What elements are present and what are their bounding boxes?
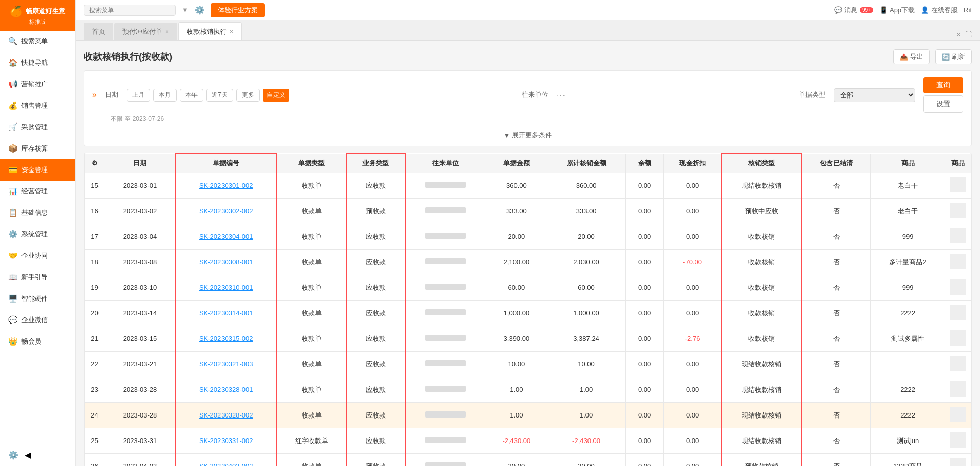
- cell-goods2: [945, 326, 971, 352]
- messages-badge: 99+: [860, 7, 873, 13]
- sidebar-item-basic-info[interactable]: 📋 基础信息: [0, 202, 75, 224]
- app-download-button[interactable]: 📱 App下载: [879, 6, 915, 15]
- sidebar-item-operations[interactable]: 📊 经营管理: [0, 181, 75, 202]
- cell-amount: 3,390.00: [486, 326, 547, 352]
- sidebar-item-purchase[interactable]: 🛒 采购管理: [0, 116, 75, 138]
- tab-home[interactable]: 首页: [84, 23, 113, 40]
- cell-included: 否: [802, 428, 871, 454]
- doc-no-link[interactable]: SK-20230304-001: [199, 233, 253, 240]
- doc-no-link[interactable]: SK-20230308-001: [199, 258, 253, 266]
- chevron-down-icon: ▼: [182, 6, 188, 14]
- doc-no-link[interactable]: SK-20230328-001: [199, 386, 253, 394]
- cell-balance: 0.00: [626, 199, 663, 224]
- cell-doc-type: 收款单: [277, 250, 346, 275]
- cell-amount: 60.00: [486, 275, 547, 301]
- sidebar-item-weixin[interactable]: 💬 企业微信: [0, 309, 75, 331]
- cell-biz-type: 应收款: [346, 224, 405, 250]
- filter-this-year[interactable]: 本年: [180, 89, 203, 102]
- nav-search-input[interactable]: [84, 5, 176, 16]
- messages-button[interactable]: 💬 消息 99+: [834, 6, 873, 15]
- collapse-icon[interactable]: ◀: [24, 450, 31, 460]
- cell-verify-type: 现结收款核销: [722, 403, 801, 428]
- fullscreen-icon[interactable]: ⛶: [965, 31, 972, 38]
- filter-this-month[interactable]: 本月: [153, 89, 177, 102]
- tabs-bar: 首页 预付冲应付单 × 收款核销执行 × ✕ ⛶: [76, 20, 980, 41]
- home-icon: 🏠: [8, 58, 17, 67]
- cell-verify-type: 收款核销: [722, 224, 801, 250]
- cell-doc-type: 收款单: [277, 224, 346, 250]
- doc-no-link[interactable]: SK-20230331-002: [199, 437, 253, 445]
- doc-no-link[interactable]: SK-20230314-001: [199, 309, 253, 317]
- table-row: 25 2023-03-31 SK-20230331-002 红字收款单 应收款 …: [85, 428, 971, 454]
- export-button[interactable]: 📤 导出: [893, 49, 930, 64]
- cell-date: 2023-03-28: [105, 403, 176, 428]
- sidebar-item-nav[interactable]: 🏠 快捷导航: [0, 52, 75, 73]
- tab1-close[interactable]: ×: [165, 28, 169, 35]
- cell-serial: 21: [85, 326, 105, 352]
- cell-doc-no: SK-20230328-001: [175, 377, 277, 403]
- solution-button[interactable]: 体验行业方案: [211, 3, 265, 17]
- query-button[interactable]: 查询: [923, 77, 963, 93]
- table-row: 24 2023-03-28 SK-20230328-002 收款单 应收款 1.…: [85, 403, 971, 428]
- settings-icon[interactable]: ⚙️: [8, 450, 18, 460]
- gear-icon[interactable]: ⚙️: [194, 5, 205, 15]
- filter-doc-type-select[interactable]: 全部 收款单 红字收款单: [834, 88, 915, 102]
- cell-balance: 0.00: [626, 377, 663, 403]
- sidebar-item-finance[interactable]: 💳 资金管理: [0, 159, 75, 181]
- sidebar-label-hardware: 智能硬件: [21, 294, 48, 303]
- cell-serial: 17: [85, 224, 105, 250]
- sidebar-item-search[interactable]: 🔍 搜索菜单: [0, 31, 75, 52]
- sidebar-item-marketing[interactable]: 📢 营销推广: [0, 73, 75, 95]
- th-goods2: 商品: [945, 154, 971, 173]
- sidebar-item-system[interactable]: ⚙️ 系统管理: [0, 224, 75, 245]
- sidebar-item-inventory[interactable]: 📦 库存核算: [0, 138, 75, 159]
- refresh-button[interactable]: 🔄 刷新: [935, 49, 972, 64]
- weixin-icon: 💬: [8, 315, 17, 325]
- close-all-icon[interactable]: ✕: [955, 31, 961, 38]
- cell-included: 否: [802, 326, 871, 352]
- filter-last7days[interactable]: 近7天: [206, 89, 233, 102]
- tab2-close[interactable]: ×: [230, 28, 233, 35]
- user-button[interactable]: Rit: [964, 6, 972, 14]
- filter-toggle-button[interactable]: »: [92, 90, 97, 100]
- doc-no-link[interactable]: SK-20230310-001: [199, 284, 253, 291]
- doc-no-link[interactable]: SK-20230302-002: [199, 207, 253, 215]
- filter-last-month[interactable]: 上月: [127, 89, 150, 102]
- sidebar-item-hardware[interactable]: 🖥️ 智能硬件: [0, 288, 75, 309]
- sidebar-item-sales[interactable]: 💰 销售管理: [0, 95, 75, 116]
- sidebar-menu: 🔍 搜索菜单 🏠 快捷导航 📢 营销推广 💰 销售管理 🛒 采购管理 📦 库存核…: [0, 31, 75, 444]
- th-verify-type: 核销类型: [722, 154, 801, 173]
- page-title-row: 收款核销执行(按收款) 📤 导出 🔄 刷新: [84, 49, 972, 64]
- cell-doc-no: SK-20230314-001: [175, 301, 277, 326]
- cell-balance: 0.00: [626, 250, 663, 275]
- doc-no-link[interactable]: SK-20230321-003: [199, 360, 253, 368]
- sidebar-item-member[interactable]: 👑 畅会员: [0, 331, 75, 352]
- doc-no-link[interactable]: SK-20230328-002: [199, 411, 253, 419]
- filter-more[interactable]: 更多: [236, 89, 260, 102]
- th-config[interactable]: ⚙: [85, 154, 105, 173]
- cell-serial: 20: [85, 301, 105, 326]
- sidebar-label-basic-info: 基础信息: [21, 208, 48, 217]
- cell-accum: 20.00: [547, 224, 626, 250]
- doc-no-link[interactable]: SK-20230315-002: [199, 335, 253, 342]
- sidebar-footer: ⚙️ ◀: [0, 444, 75, 466]
- doc-no-link[interactable]: SK-20230301-002: [199, 182, 253, 189]
- cell-goods2: [945, 173, 971, 199]
- online-service-button[interactable]: 👤 在线客服: [921, 6, 958, 15]
- filter-settings-button[interactable]: 设置: [923, 95, 963, 113]
- cell-discount: 0.00: [663, 199, 722, 224]
- sidebar-item-collab[interactable]: 🤝 企业协同: [0, 245, 75, 266]
- tab-collection[interactable]: 收款核销执行 ×: [178, 22, 242, 40]
- filter-date-hint: 不限 至 2023-07-26: [111, 115, 963, 124]
- cell-included: 否: [802, 250, 871, 275]
- sidebar-item-guide[interactable]: 📖 新手引导: [0, 266, 75, 288]
- expand-conditions-button[interactable]: ▼ 展开更多条件: [504, 131, 552, 140]
- cell-serial: 18: [85, 250, 105, 275]
- filter-custom[interactable]: 自定义: [263, 89, 289, 102]
- page-content: 收款核销执行(按收款) 📤 导出 🔄 刷新 » 日期 上月 本月: [76, 41, 980, 466]
- th-doc-no: 单据编号: [175, 154, 277, 173]
- doc-no-link[interactable]: SK-20230403-002: [199, 462, 253, 466]
- cell-discount: 0.00: [663, 224, 722, 250]
- tab-prepay[interactable]: 预付冲应付单 ×: [114, 23, 177, 40]
- page-title: 收款核销执行(按收款): [84, 51, 173, 63]
